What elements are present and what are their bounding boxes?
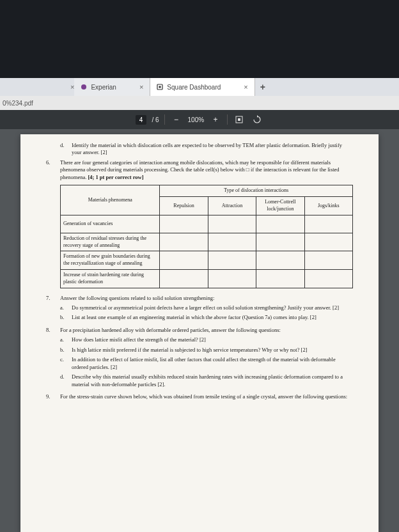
cell-check[interactable] <box>208 251 256 270</box>
item-text: Is high lattice misfit preferred if the … <box>72 347 308 354</box>
item-label: 9. <box>46 393 60 400</box>
page-total: / 6 <box>152 116 159 123</box>
cell-check[interactable] <box>304 251 352 270</box>
divider <box>227 114 228 125</box>
item-text: Identify the material in which dislocati… <box>72 142 353 157</box>
tab-experian[interactable]: Experian × <box>74 78 150 96</box>
item-label: 7. <box>46 295 60 302</box>
question-8d: d. Describe why this material usually ex… <box>46 373 353 388</box>
cell-check[interactable] <box>160 251 208 270</box>
item-text: List at least one example of an engineer… <box>72 314 317 321</box>
cell-check[interactable] <box>160 233 208 251</box>
divider <box>164 114 165 125</box>
question-8b: b. Is high lattice misfit preferred if t… <box>46 347 353 354</box>
item-text: For the stress-strain curve shown below,… <box>60 393 347 400</box>
table-row: Formation of new grain boundaries during… <box>61 251 353 270</box>
header-attraction: Attraction <box>208 197 256 215</box>
item-text: How does lattice misfit affect the stren… <box>72 336 206 343</box>
square-icon <box>157 84 163 90</box>
close-icon[interactable]: × <box>244 83 247 91</box>
table-row: Increase of strain hardening rate during… <box>61 269 353 288</box>
pdf-toolbar: 4 / 6 − 100% + <box>0 110 399 129</box>
question-8a: a. How does lattice misfit affect the st… <box>46 336 353 343</box>
fit-page-icon[interactable] <box>233 113 246 126</box>
question-9: 9. For the stress-strain curve shown bel… <box>46 393 353 400</box>
header-phenomena: Materials phenomena <box>61 185 160 215</box>
table-row: Generation of vacancies <box>61 215 353 233</box>
tab-label: Square Dashboard <box>167 84 221 91</box>
cell-check[interactable] <box>256 251 304 270</box>
header-repulsion: Repulsion <box>160 197 208 215</box>
item-text: There are four general categories of int… <box>60 159 353 181</box>
cell-phen: Formation of new grain boundaries during… <box>61 251 160 270</box>
cell-check[interactable] <box>160 215 208 233</box>
cell-phen: Generation of vacancies <box>61 215 160 233</box>
svg-rect-2 <box>159 86 161 88</box>
question-7b: b. List at least one example of an engin… <box>46 314 353 321</box>
question-8c: c. In addition to the effect of lattice … <box>46 356 353 371</box>
question-6: 6. There are four general categories of … <box>46 159 353 181</box>
item-text: Do symmetrical or asymmetrical point def… <box>72 304 339 311</box>
item-label: d. <box>60 373 72 388</box>
close-icon[interactable]: × <box>139 83 143 91</box>
question-8: 8. For a precipitation hardened alloy wi… <box>46 327 353 334</box>
browser-window: × Experian × Square Dashboard × + 0%234.… <box>0 78 399 532</box>
tab-label: Experian <box>91 84 116 91</box>
table-row: Reduction of residual stresses during th… <box>61 233 353 251</box>
experian-icon <box>81 84 87 90</box>
item-label: b. <box>60 347 72 354</box>
cell-check[interactable] <box>256 215 304 233</box>
table-row: Materials phenomena Type of dislocation … <box>61 185 353 197</box>
item-label: 8. <box>46 327 60 334</box>
cell-check[interactable] <box>304 233 352 251</box>
pdf-page: d. Identify the material in which disloc… <box>20 134 379 532</box>
cell-check[interactable] <box>304 215 352 233</box>
header-interactions: Type of dislocation interactions <box>160 185 353 197</box>
zoom-level: 100% <box>188 116 205 123</box>
cell-phen: Reduction of residual stresses during th… <box>61 233 160 251</box>
item-text: In addition to the effect of lattice mis… <box>72 356 353 371</box>
tab-square-dashboard[interactable]: Square Dashboard × <box>150 78 254 96</box>
question-d: d. Identify the material in which disloc… <box>46 142 353 157</box>
new-tab-button[interactable]: + <box>255 82 270 92</box>
item-text: For a precipitation hardened alloy with … <box>60 327 281 334</box>
cell-check[interactable] <box>208 269 256 288</box>
item-label: c. <box>60 356 72 371</box>
cell-check[interactable] <box>256 233 304 251</box>
header-lomer-cottrell: Lomer-Cottrell lock/junction <box>256 197 304 215</box>
zoom-out-button[interactable]: − <box>170 113 183 126</box>
tab-strip: × Experian × Square Dashboard × + <box>0 78 399 96</box>
pdf-viewport[interactable]: d. Identify the material in which disloc… <box>0 129 399 532</box>
item-label: a. <box>60 336 72 343</box>
cell-check[interactable] <box>304 269 352 288</box>
cell-check[interactable] <box>208 215 256 233</box>
cell-phen: Increase of strain hardening rate during… <box>61 269 160 288</box>
cell-check[interactable] <box>256 269 304 288</box>
item-text: Answer the following questions related t… <box>60 295 214 302</box>
item-label: b. <box>60 314 72 321</box>
cell-check[interactable] <box>160 269 208 288</box>
header-jogs-kinks: Jogs/kinks <box>304 197 352 215</box>
svg-point-0 <box>81 84 86 90</box>
url-text: 0%234.pdf <box>3 100 33 107</box>
phenomena-table: Materials phenomena Type of dislocation … <box>60 185 353 288</box>
item-text: Describe why this material usually exhib… <box>72 373 353 388</box>
rotate-icon[interactable] <box>251 113 263 126</box>
page-current[interactable]: 4 <box>136 115 147 125</box>
cell-check[interactable] <box>208 233 256 251</box>
item-label: d. <box>60 142 72 157</box>
item-label: a. <box>60 304 72 311</box>
question-7a: a. Do symmetrical or asymmetrical point … <box>46 304 353 311</box>
question-7: 7. Answer the following questions relate… <box>46 295 353 302</box>
item-label: 6. <box>46 159 60 181</box>
url-bar[interactable]: 0%234.pdf <box>0 96 399 110</box>
phenomena-table-wrap: Materials phenomena Type of dislocation … <box>46 185 353 288</box>
zoom-in-button[interactable]: + <box>209 113 222 126</box>
svg-rect-4 <box>238 118 240 121</box>
